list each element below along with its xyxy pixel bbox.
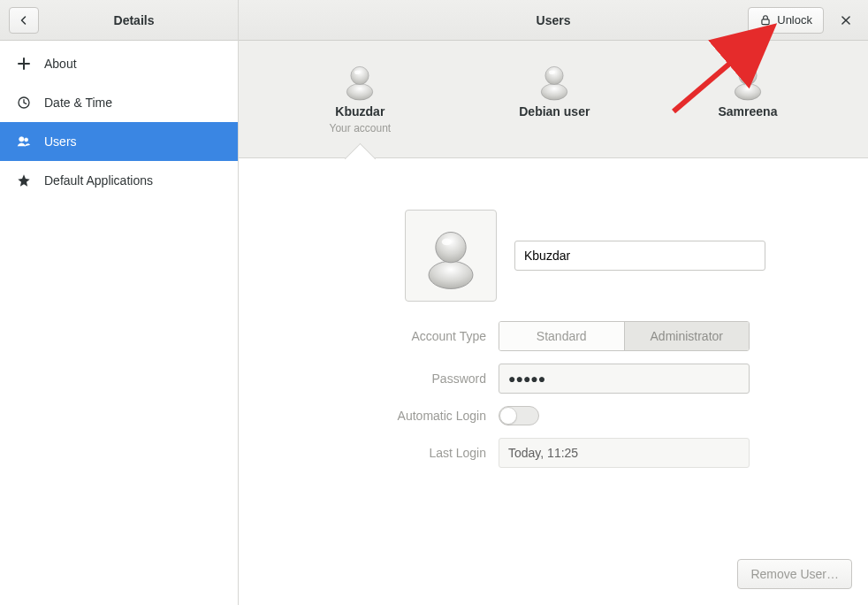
seg-standard[interactable]: Standard: [499, 322, 624, 350]
avatar-icon: [339, 60, 380, 101]
label-auto-login: Automatic Login: [283, 409, 486, 423]
sidebar-item-label: Date & Time: [44, 96, 112, 110]
label-last-login: Last Login: [283, 446, 486, 460]
user-card[interactable]: Samreena: [709, 57, 786, 122]
user-card[interactable]: Debian user: [510, 57, 598, 122]
sidebar-item-label: Default Applications: [44, 173, 153, 188]
user-name: Samreena: [718, 104, 777, 119]
sidebar-item-users[interactable]: Users: [0, 122, 238, 161]
clock-icon: [16, 95, 32, 111]
main-panel: Users Unlock Kbuzdar Your account: [239, 0, 868, 605]
users-strip: Kbuzdar Your account Debian user Samreen…: [239, 41, 868, 158]
account-type-segmented: Standard Administrator: [499, 321, 750, 351]
sidebar-item-about[interactable]: About: [0, 44, 238, 83]
user-details: Account Type Standard Administrator Pass…: [239, 158, 868, 605]
sidebar-item-datetime[interactable]: Date & Time: [0, 83, 238, 122]
unlock-button[interactable]: Unlock: [748, 7, 824, 34]
fullname-input[interactable]: [514, 241, 765, 271]
label-account-type: Account Type: [283, 329, 486, 343]
auto-login-toggle[interactable]: [499, 406, 539, 425]
chevron-left-icon: [19, 15, 29, 26]
last-login-value: Today, 11:25: [499, 438, 750, 468]
user-sub: Your account: [330, 122, 392, 134]
svg-point-5: [25, 138, 28, 142]
label-password: Password: [283, 371, 486, 386]
sidebar-item-label: About: [44, 57, 77, 71]
avatar-icon: [727, 60, 768, 101]
user-name: Kbuzdar: [335, 104, 385, 119]
close-button[interactable]: [833, 7, 859, 34]
users-icon: [16, 134, 32, 149]
avatar-icon: [416, 221, 485, 290]
unlock-label: Unlock: [777, 13, 812, 27]
user-name: Debian user: [519, 104, 590, 119]
back-button[interactable]: [9, 7, 39, 34]
close-icon: [840, 14, 852, 27]
star-icon: [16, 172, 32, 188]
sidebar: Details About Date & Time Users: [0, 0, 239, 605]
sidebar-title: Details: [39, 13, 229, 27]
lock-icon: [759, 14, 772, 27]
svg-point-4: [19, 137, 24, 142]
plus-icon: [16, 56, 32, 72]
main-header: Users Unlock: [239, 0, 868, 41]
sidebar-item-label: Users: [44, 134, 77, 149]
user-card[interactable]: Kbuzdar Your account: [321, 57, 400, 138]
password-field[interactable]: ●●●●●: [499, 364, 750, 394]
svg-rect-6: [762, 19, 769, 24]
seg-administrator[interactable]: Administrator: [624, 322, 750, 350]
sidebar-nav: About Date & Time Users Default Applicat…: [0, 41, 238, 605]
remove-user-button[interactable]: Remove User…: [737, 559, 852, 589]
sidebar-header: Details: [0, 0, 238, 41]
avatar-icon: [534, 60, 575, 101]
sidebar-item-default-apps[interactable]: Default Applications: [0, 161, 238, 200]
avatar-picker[interactable]: [405, 210, 497, 302]
